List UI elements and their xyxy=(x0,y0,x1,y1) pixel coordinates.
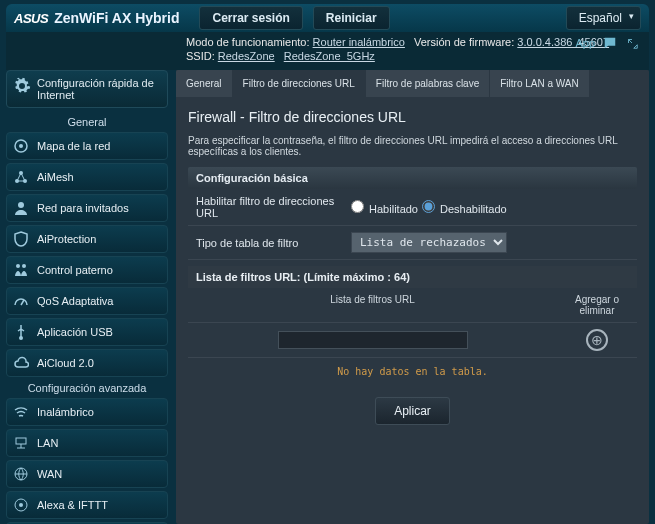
svg-point-8 xyxy=(19,336,23,340)
cloud-icon xyxy=(13,355,29,371)
url-input[interactable] xyxy=(278,331,468,349)
nav-alexa-ifttt[interactable]: Alexa & IFTTT xyxy=(6,491,168,519)
cat-advanced: Configuración avanzada xyxy=(6,382,168,394)
gear-icon xyxy=(13,77,31,95)
feedback-icon[interactable] xyxy=(603,36,617,50)
top-bar: ASUS ZenWiFi AX Hybrid Cerrar sesión Rei… xyxy=(6,4,649,32)
tabs: GeneralFiltro de direcciones URLFiltro d… xyxy=(176,70,649,97)
tabletype-label: Tipo de tabla de filtro xyxy=(196,237,351,249)
tab-1[interactable]: Filtro de direcciones URL xyxy=(233,70,366,97)
nav-wan[interactable]: WAN xyxy=(6,460,168,488)
col-action: Agregar o eliminar xyxy=(557,288,637,322)
tab-3[interactable]: Filtro LAN a WAN xyxy=(490,70,590,97)
nav-mapa-de-la-red[interactable]: Mapa de la red xyxy=(6,132,168,160)
svg-point-6 xyxy=(16,264,20,268)
logout-button[interactable]: Cerrar sesión xyxy=(199,6,302,30)
fw-label: Versión de firmware: xyxy=(414,36,514,48)
mesh-icon xyxy=(13,169,29,185)
nav-qos-adaptativa[interactable]: QoS Adaptativa xyxy=(6,287,168,315)
svg-point-12 xyxy=(19,503,23,507)
parent-icon xyxy=(13,262,29,278)
tabletype-select[interactable]: Lista de rechazados xyxy=(351,232,507,253)
mode-label: Modo de funcionamiento: xyxy=(186,36,310,48)
quick-setup[interactable]: Configuración rápida de Internet xyxy=(6,70,168,108)
page-title: Firewall - Filtro de direcciones URL xyxy=(188,109,637,125)
list-header: Lista de filtros URL: (Límite máximo : 6… xyxy=(188,266,637,288)
no-data: No hay datos en la tabla. xyxy=(188,358,637,385)
apply-button[interactable]: Aplicar xyxy=(375,397,450,425)
guest-icon xyxy=(13,200,29,216)
tab-0[interactable]: General xyxy=(176,70,233,97)
info-bar: Modo de funcionamiento: Router inalámbri… xyxy=(6,32,649,70)
usb-icon xyxy=(13,324,29,340)
nav-adv: InalámbricoLANWANAlexa & IFTTTIPv6VPNFir… xyxy=(6,398,168,524)
add-button[interactable]: ⊕ xyxy=(586,329,608,351)
lan-icon xyxy=(13,435,29,451)
ssid-2[interactable]: RedesZone_5GHz xyxy=(284,50,375,62)
nav-aimesh[interactable]: AiMesh xyxy=(6,163,168,191)
map-icon xyxy=(13,138,29,154)
radio-disabled[interactable]: Deshabilitado xyxy=(422,200,507,215)
enable-label: Habilitar filtro de direcciones URL xyxy=(196,195,351,219)
sidebar: Configuración rápida de Internet General… xyxy=(6,70,170,524)
language-select[interactable]: Español xyxy=(566,6,641,30)
svg-point-5 xyxy=(18,202,24,208)
nav-general: Mapa de la redAiMeshRed para invitadosAi… xyxy=(6,132,168,380)
nav-red-para-invitados[interactable]: Red para invitados xyxy=(6,194,168,222)
brand-logo: ASUS xyxy=(14,11,48,26)
nav-control-paterno[interactable]: Control paterno xyxy=(6,256,168,284)
page-desc: Para especificar la contraseña, el filtr… xyxy=(188,135,637,157)
basic-header: Configuración básica xyxy=(188,167,637,189)
col-url: Lista de filtros URL xyxy=(188,288,557,322)
reboot-button[interactable]: Reiniciar xyxy=(313,6,390,30)
radio-enabled[interactable]: Habilitado xyxy=(351,200,418,215)
wifi-icon xyxy=(13,404,29,420)
content: GeneralFiltro de direcciones URLFiltro d… xyxy=(176,70,649,524)
ssid-label: SSID: xyxy=(186,50,215,62)
mode-link[interactable]: Router inalámbrico xyxy=(313,36,405,48)
nav-aplicaci-n-usb[interactable]: Aplicación USB xyxy=(6,318,168,346)
model-name: ZenWiFi AX Hybrid xyxy=(54,10,179,26)
ssid-1[interactable]: RedesZone xyxy=(218,50,275,62)
quick-setup-label: Configuración rápida de Internet xyxy=(37,77,154,101)
nav-inal-mbrico[interactable]: Inalámbrico xyxy=(6,398,168,426)
cat-general: General xyxy=(6,116,168,128)
svg-point-7 xyxy=(22,264,26,268)
qos-icon xyxy=(13,293,29,309)
nav-aiprotection[interactable]: AiProtection xyxy=(6,225,168,253)
shield-icon xyxy=(13,231,29,247)
nav-aicloud-2-0[interactable]: AiCloud 2.0 xyxy=(6,349,168,377)
wan-icon xyxy=(13,466,29,482)
expand-icon[interactable] xyxy=(625,36,639,50)
alexa-icon xyxy=(13,497,29,513)
app-link[interactable]: App xyxy=(575,37,595,49)
tab-2[interactable]: Filtro de palabras clave xyxy=(366,70,490,97)
nav-lan[interactable]: LAN xyxy=(6,429,168,457)
svg-point-1 xyxy=(19,144,23,148)
svg-rect-9 xyxy=(16,438,26,444)
